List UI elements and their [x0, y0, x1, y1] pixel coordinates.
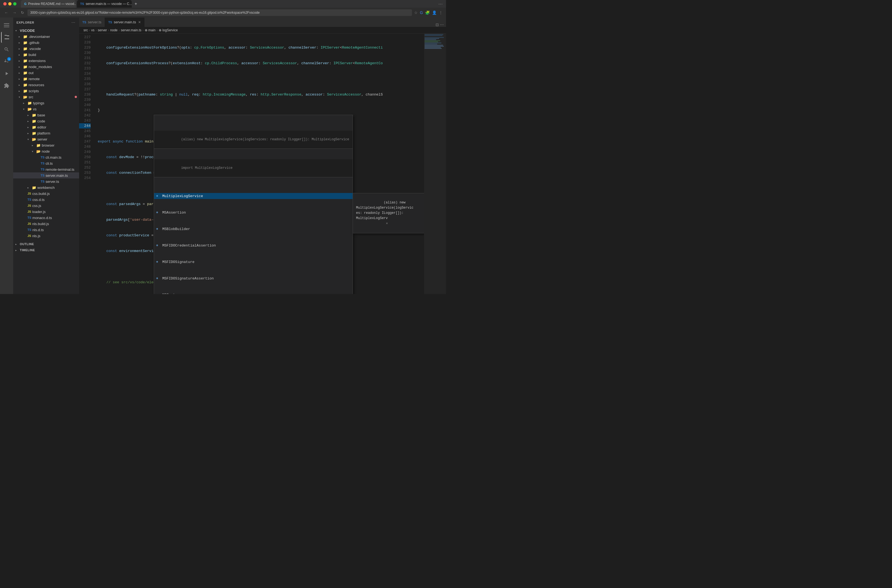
- chevron-right-icon: ▸: [19, 59, 23, 62]
- timeline-header[interactable]: ▸ TIMELINE: [13, 247, 79, 253]
- autocomplete-item-0[interactable]: ⊕ MultiplexLogService (alias) new Multip…: [154, 193, 353, 199]
- activity-menu[interactable]: [1, 20, 12, 31]
- tree-item-browser[interactable]: ▸ 📁 browser: [13, 142, 79, 148]
- tree-label-server: server: [38, 137, 77, 141]
- tree-item-devcontainer[interactable]: ▸ 📁 .devcontainer: [13, 33, 79, 39]
- close-button[interactable]: [3, 2, 7, 6]
- breadcrumb-server[interactable]: server: [98, 28, 107, 32]
- tree-item-nls-build[interactable]: JS nls.build.js: [13, 221, 79, 227]
- tree-item-nls-js[interactable]: JS nls.js: [13, 233, 79, 239]
- sidebar-header-icons: ⋯: [71, 20, 76, 25]
- editor-area: TS server.ts TS server.main.ts ✕ ⊡ ⋯ src…: [79, 18, 446, 294]
- code-line-227: configureExtensionHostForkOptions?(opts:…: [93, 45, 424, 50]
- folder-icon: 📁: [23, 59, 27, 63]
- tree-item-vscode-folder[interactable]: ▸ 📁 .vscode: [13, 46, 79, 52]
- new-file-button[interactable]: ⋯: [71, 20, 76, 25]
- tree-item-cli[interactable]: TS cli.ts: [13, 160, 79, 166]
- profile-icon[interactable]: 👤: [432, 10, 437, 15]
- activity-source-control[interactable]: 1: [1, 56, 12, 67]
- ts-file-icon: TS: [41, 162, 45, 165]
- tree-item-node[interactable]: ▾ 📂 node: [13, 148, 79, 154]
- tree-item-out[interactable]: ▸ 📁 out: [13, 70, 79, 76]
- tree-item-remote-terminal[interactable]: TS remote-terminal.ts: [13, 166, 79, 172]
- tree-item-vs[interactable]: ▾ 📂 vs: [13, 106, 79, 112]
- browser-tab-2[interactable]: TS server.main.ts — vscode — C... ✕: [77, 0, 132, 8]
- breadcrumb-main[interactable]: ⊕ main: [145, 28, 155, 32]
- more-actions-button[interactable]: ⋯: [440, 22, 444, 27]
- sidebar-header: EXPLORER ⋯: [13, 18, 79, 27]
- breadcrumb-logservice[interactable]: ⊕ logService: [159, 28, 178, 32]
- autocomplete-item-4[interactable]: ⊕ MSFIDOSignature: [154, 259, 353, 265]
- chrome-icon[interactable]: G: [420, 10, 423, 15]
- breadcrumb-node[interactable]: node: [110, 28, 117, 32]
- tree-item-cli-main[interactable]: TS cli.main.ts: [13, 154, 79, 160]
- autocomplete-item-1[interactable]: ⊕ MSAssertion: [154, 210, 353, 216]
- back-button[interactable]: ←: [3, 10, 9, 15]
- window-controls[interactable]: ⋯: [438, 2, 443, 7]
- tree-item-editor[interactable]: ▸ 📁 editor: [13, 124, 79, 130]
- autocomplete-item-3[interactable]: ⊕ MSFIDOCredentialAssertion: [154, 242, 353, 248]
- tree-item-loader[interactable]: JS loader.js: [13, 208, 79, 214]
- browser-tab-1[interactable]: G Preview README.md — vscod... ✕: [21, 0, 76, 8]
- tree-item-extensions[interactable]: ▸ 📁 extensions: [13, 58, 79, 64]
- refresh-button[interactable]: ↻: [20, 10, 25, 15]
- outline-header[interactable]: ▸ OUTLINE: [13, 241, 79, 247]
- maximize-button[interactable]: [13, 2, 17, 6]
- menu-icon[interactable]: ⋮: [439, 10, 443, 15]
- tab-close-icon[interactable]: ✕: [138, 20, 141, 24]
- outline-label: OUTLINE: [20, 242, 77, 246]
- tree-item-platform[interactable]: ▸ 📁 platform: [13, 130, 79, 136]
- split-editor-button[interactable]: ⊡: [435, 22, 439, 27]
- autocomplete-type-icon: ⊕: [156, 210, 161, 215]
- breadcrumb-vs[interactable]: vs: [91, 28, 95, 32]
- autocomplete-popup[interactable]: (alias) new MultiplexLogService(logServi…: [154, 115, 353, 294]
- tree-item-server-ts[interactable]: TS server.ts: [13, 178, 79, 184]
- autocomplete-close-icon[interactable]: ✕: [386, 222, 388, 225]
- tree-item-node-modules[interactable]: ▸ 📁 node_modules: [13, 64, 79, 70]
- autocomplete-type-icon: ⊕: [156, 276, 161, 281]
- ts-icon: TS: [108, 21, 112, 24]
- activity-run[interactable]: [1, 68, 12, 79]
- tree-item-server[interactable]: ▾ 📂 server: [13, 136, 79, 142]
- tree-item-scripts[interactable]: ▸ 📁 scripts: [13, 88, 79, 94]
- tree-item-css-js[interactable]: JS css.js: [13, 202, 79, 208]
- tree-item-monaco[interactable]: TS monaco.d.ts: [13, 214, 79, 221]
- autocomplete-type-icon: ⊕: [156, 194, 161, 199]
- tree-item-github[interactable]: ▸ 📁 .github: [13, 39, 79, 46]
- breadcrumb-file[interactable]: server.main.ts: [121, 28, 141, 32]
- activity-extensions[interactable]: [1, 80, 12, 91]
- tree-item-workbench[interactable]: ▸ 📁 workbench: [13, 184, 79, 190]
- tree-item-base[interactable]: ▸ 📁 base: [13, 112, 79, 118]
- autocomplete-item-6[interactable]: ⊕ MSGesture: [154, 292, 353, 294]
- tree-item-src[interactable]: ▾ 📂 src: [13, 94, 79, 100]
- autocomplete-item-2[interactable]: ⊕ MSBlobBuilder: [154, 226, 353, 232]
- tree-item-code[interactable]: ▸ 📁 code: [13, 118, 79, 124]
- tree-item-server-main[interactable]: TS server.main.ts: [13, 172, 79, 178]
- activity-search[interactable]: [1, 44, 12, 55]
- timeline-label: TIMELINE: [20, 248, 77, 252]
- activity-explorer[interactable]: [1, 32, 12, 43]
- minimize-button[interactable]: [8, 2, 12, 6]
- tree-item-css-build[interactable]: JS css.build.js: [13, 190, 79, 196]
- forward-button[interactable]: →: [12, 10, 18, 15]
- extensions-icon[interactable]: 🧩: [425, 10, 430, 15]
- svg-rect-1: [4, 25, 9, 26]
- tree-root-vscode[interactable]: ▾ VSCODE: [13, 27, 79, 33]
- tree-label-cli: cli.ts: [46, 161, 77, 165]
- tree-label-src: src: [29, 95, 75, 99]
- code-content[interactable]: configureExtensionHostForkOptions?(opts:…: [93, 33, 424, 294]
- tree-item-remote[interactable]: ▸ 📁 remote: [13, 76, 79, 82]
- tree-item-build[interactable]: ▸ 📁 build: [13, 52, 79, 58]
- address-input[interactable]: [27, 9, 412, 16]
- tree-item-resources[interactable]: ▸ 📁 resources: [13, 82, 79, 88]
- tree-item-nls-d[interactable]: TS nls.d.ts: [13, 227, 79, 233]
- new-tab-button[interactable]: +: [133, 2, 139, 6]
- tree-item-css-d[interactable]: TS css.d.ts: [13, 196, 79, 202]
- tree-item-typings[interactable]: ▸ 📁 typings: [13, 100, 79, 106]
- autocomplete-item-5[interactable]: ⊕ MSFIDOSignatureAssertion: [154, 275, 353, 281]
- editor-tab-server[interactable]: TS server.ts: [79, 18, 105, 27]
- editor-tab-server-main[interactable]: TS server.main.ts ✕: [105, 18, 144, 27]
- breadcrumb-src[interactable]: src: [84, 28, 88, 32]
- autocomplete-detail-text: (alias) new MultiplexLogService(logServi…: [356, 201, 414, 220]
- bookmark-icon[interactable]: ☆: [414, 10, 418, 15]
